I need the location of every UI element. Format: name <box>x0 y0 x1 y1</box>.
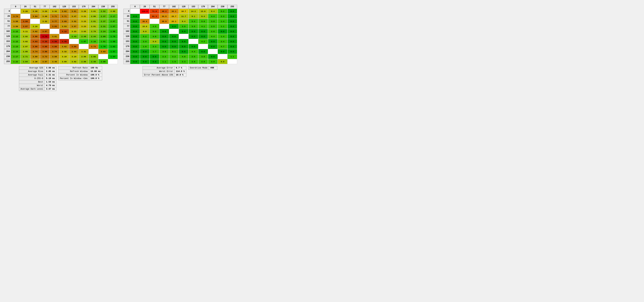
rt-data-cell: 3.23 <box>69 29 79 34</box>
rt-data-cell: 2.49 <box>88 59 98 64</box>
response-times-data-rows: 03.263.383.293.323.623.613.263.012.522.8… <box>4 9 118 64</box>
os-data-cell: 0.0 <box>130 59 140 64</box>
os-data-cell: 2.9 <box>140 39 150 44</box>
rt-data-cell: 2.52 <box>98 9 108 14</box>
os-data-cell: 0.0 <box>208 39 218 44</box>
os-data-cell: 0.0 <box>159 29 169 34</box>
table-row: 1792.132.973.964.084.003.623.893.731.701… <box>4 44 118 49</box>
stat-value: 3.47 ms <box>44 88 56 91</box>
rt-data-cell <box>40 24 50 29</box>
rt-data-cell <box>30 19 40 24</box>
stat-value: 5.10 ms <box>44 77 56 80</box>
overshoot-header-row: 0265177102128153179204230255 <box>124 5 237 9</box>
rt-row-label: 128 <box>4 34 11 39</box>
os-data-cell: 11.7 <box>179 14 188 19</box>
os-row-label: 51 <box>124 19 130 24</box>
os-data-cell: 3.8 <box>208 19 218 24</box>
os-data-cell: 3.9 <box>208 59 218 64</box>
stat-label: Average Dark Level <box>19 88 44 91</box>
rt-data-cell: 3.62 <box>59 9 69 14</box>
rt-data-cell: 4.35 <box>40 39 50 44</box>
overshoot-data-rows: 0114.971.048.233.118.714.213.68.45.20.02… <box>124 9 237 64</box>
table-row: 770.015.04.50.03.93.54.12.51.10.0 <box>124 24 237 29</box>
os-data-cell: 6.4 <box>198 14 208 19</box>
os-data-cell: 0.0 <box>179 39 188 44</box>
os-data-cell: 0.0 <box>228 9 237 14</box>
os-data-cell: 0.0 <box>208 54 218 59</box>
table-row: 1790.01.63.30.00.00.00.00.04.70.0 <box>124 44 237 49</box>
os-col-header: 26 <box>140 5 150 9</box>
os-data-cell <box>140 14 150 19</box>
os-col-header: 204 <box>208 5 218 9</box>
overshoot-section: 0265177102128153179204230255 0114.971.04… <box>123 3 237 77</box>
overshoot-grid: 0265177102128153179204230255 0114.971.04… <box>124 5 237 64</box>
os-data-cell: 33.5 <box>159 14 169 19</box>
rt-row-label: 102 <box>4 29 11 34</box>
stat-value: 3.31 ms <box>44 73 56 77</box>
os-data-cell: 3.3 <box>150 44 159 49</box>
table-row: 2302.172.713.593.733.583.183.192.962.661… <box>4 54 118 59</box>
rt-data-cell: 3.57 <box>40 59 50 64</box>
rt-data-cell: 3.11 <box>20 29 30 34</box>
rt-data-cell: 4.49 <box>59 39 69 44</box>
stat-label: Percent In Window <box>58 73 89 77</box>
rt-data-cell: 3.52 <box>69 19 79 24</box>
table-row: 260.061.333.523.711.78.16.44.42.30.0 <box>124 14 237 19</box>
os-data-cell: 0.0 <box>130 19 140 24</box>
rt-data-cell: 2.86 <box>88 14 98 19</box>
os-data-cell: 3.9 <box>179 24 188 29</box>
os-row-label: 153 <box>124 39 130 44</box>
stat-label: Average Fall <box>19 73 44 77</box>
os-data-cell: 71.0 <box>150 9 159 14</box>
table-row: 2040.00.01.73.95.10.04.40.00.00.0 <box>124 49 237 54</box>
os-data-cell: 3.9 <box>159 49 169 54</box>
rt-data-cell: 3.58 <box>50 54 59 59</box>
rt-data-cell: 2.66 <box>88 54 98 59</box>
os-data-cell: 1.4 <box>218 19 228 24</box>
os-data-cell: 1.9 <box>169 59 179 64</box>
rt-data-cell: 2.64 <box>20 59 30 64</box>
rt-data-cell: 3.73 <box>88 44 98 49</box>
response-times-stats-right: Refresh Rate100 HzRefresh Window10.00 ms… <box>58 66 102 80</box>
stat-value: 100.0 % <box>89 77 102 80</box>
rt-data-cell: 3.02 <box>20 39 30 44</box>
os-data-cell: 0.0 <box>188 34 198 39</box>
os-data-cell: 4.4 <box>188 49 198 54</box>
os-col-header: 0 <box>130 5 140 9</box>
stat-value: 100 Hz <box>89 66 102 70</box>
os-data-cell: 0.0 <box>179 29 188 34</box>
overdrive-label: Overdrive Mode <box>188 66 209 70</box>
rt-row-label: 204 <box>4 49 11 54</box>
stat-label: Average Rise <box>19 70 44 73</box>
table-row: 2300.00.00.02.23.24.82.53.80.01.1 <box>124 54 237 59</box>
overshoot-stat-label: Error Percent Above 15% <box>143 73 174 77</box>
os-col-header: 179 <box>198 5 208 9</box>
rt-data-cell: 3.18 <box>59 54 69 59</box>
os-data-cell: 13.6 <box>198 9 208 14</box>
os-data-cell: 5.9 <box>150 39 159 44</box>
rt-data-cell: 2.37 <box>98 19 108 24</box>
rt-data-cell: 3.32 <box>40 19 50 24</box>
table-row: 1282.122.923.884.793.612.432.482.442.091… <box>4 34 118 39</box>
os-data-cell: 0.0 <box>198 34 208 39</box>
overshoot-grid-wrapper: 0265177102128153179204230255 0114.971.04… <box>123 5 237 64</box>
overdrive-value: VRR <box>209 66 217 70</box>
rt-data-cell: 2.13 <box>11 44 20 49</box>
os-data-cell: 5.4 <box>188 19 198 24</box>
stat-label: Refresh Window <box>58 70 89 73</box>
os-row-label: 128 <box>124 34 130 39</box>
rt-data-cell: 2.17 <box>11 54 20 59</box>
rt-data-cell: 2.17 <box>108 14 118 19</box>
rt-data-cell: 3.73 <box>40 54 50 59</box>
rt-data-cell <box>88 49 98 54</box>
os-data-cell: 4.8 <box>179 54 188 59</box>
rt-col-header: 204 <box>88 5 98 9</box>
table-row: 510.035.635.522.18.45.45.03.81.40.0 <box>124 19 237 24</box>
rt-col-header: 0 <box>11 5 20 9</box>
os-data-cell: 2.6 <box>208 29 218 34</box>
os-col-header: 230 <box>218 5 228 9</box>
stat-label: Best <box>19 80 44 84</box>
os-data-cell: 0.0 <box>130 34 140 39</box>
rt-data-cell: 1.68 <box>108 39 118 44</box>
os-data-cell: 0.0 <box>228 24 237 29</box>
